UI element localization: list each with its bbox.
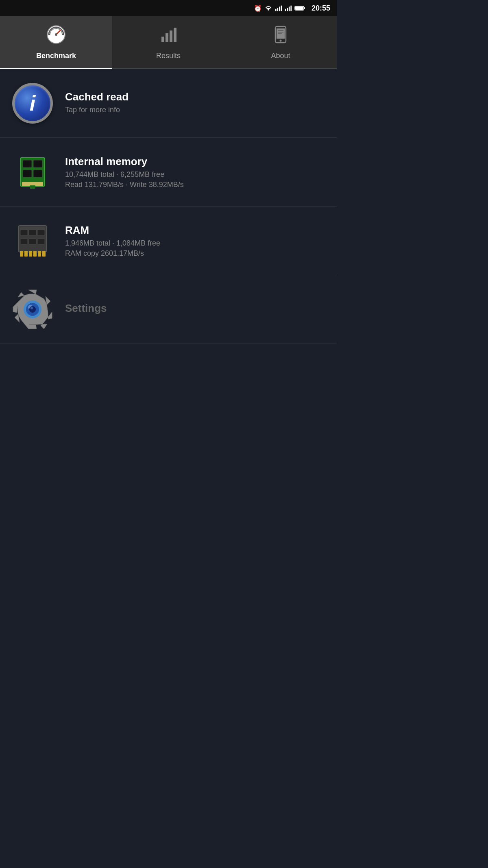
internal-memory-subtitle: 10,744MB total · 6,255MB free [65, 170, 329, 179]
tab-results[interactable]: Results [112, 16, 224, 68]
alarm-icon: ⏰ [254, 4, 262, 12]
settings-title: Settings [65, 302, 329, 315]
svg-rect-40 [33, 251, 37, 257]
cached-read-item[interactable]: i Cached read Tap for more info [0, 69, 337, 138]
svg-rect-44 [29, 230, 36, 235]
cached-read-subtitle: Tap for more info [65, 106, 329, 114]
svg-rect-48 [37, 239, 45, 244]
svg-rect-43 [20, 230, 28, 235]
svg-point-55 [30, 307, 33, 309]
svg-rect-21 [174, 28, 176, 42]
svg-rect-5 [285, 9, 286, 11]
ram-item[interactable]: RAM 1,946MB total · 1,084MB free RAM cop… [0, 207, 337, 275]
svg-point-24 [280, 40, 282, 42]
ram-detail: RAM copy 2601.17MB/s [65, 249, 329, 258]
settings-content: Settings [65, 302, 329, 317]
svg-rect-20 [170, 30, 172, 42]
ram-title: RAM [65, 224, 329, 237]
svg-rect-41 [38, 251, 41, 257]
results-icon [158, 24, 179, 48]
svg-rect-2 [277, 8, 278, 11]
ram-content: RAM 1,946MB total · 1,084MB free RAM cop… [65, 224, 329, 258]
battery-icon [294, 5, 306, 11]
svg-rect-19 [166, 33, 168, 42]
settings-icon-wrapper [8, 285, 57, 334]
wifi-icon [264, 5, 272, 11]
cached-read-title: Cached read [65, 91, 329, 103]
svg-rect-38 [24, 251, 28, 257]
svg-rect-7 [289, 7, 290, 11]
svg-rect-42 [42, 251, 46, 257]
svg-point-54 [29, 306, 36, 313]
status-time: 20:55 [312, 4, 330, 13]
svg-rect-11 [295, 7, 303, 10]
svg-rect-31 [33, 160, 42, 168]
svg-rect-37 [20, 251, 23, 257]
tab-about[interactable]: About [224, 16, 337, 68]
svg-rect-32 [23, 170, 32, 177]
internal-memory-icon-wrapper [8, 148, 57, 196]
svg-rect-34 [30, 185, 35, 189]
svg-rect-4 [281, 6, 282, 11]
internal-memory-title: Internal memory [65, 155, 329, 168]
internal-memory-detail: Read 131.79MB/s · Write 38.92MB/s [65, 181, 329, 189]
cached-read-content: Cached read Tap for more info [65, 91, 329, 116]
about-icon [270, 24, 291, 48]
benchmark-tab-label: Benchmark [36, 52, 76, 60]
results-tab-label: Results [156, 52, 181, 60]
status-icons: ⏰ 20:55 [254, 4, 330, 13]
svg-point-17 [55, 33, 57, 36]
svg-rect-8 [290, 6, 292, 11]
svg-rect-47 [29, 239, 36, 244]
tab-bar: Benchmark Results [0, 16, 337, 69]
svg-rect-33 [33, 170, 42, 177]
about-tab-label: About [271, 52, 290, 60]
list-container: i Cached read Tap for more info [0, 69, 337, 344]
signal1-icon [275, 5, 282, 11]
status-bar: ⏰ 20:55 [0, 0, 337, 16]
svg-rect-18 [161, 37, 164, 42]
info-icon: i [12, 83, 53, 124]
cached-read-icon-wrapper: i [8, 79, 57, 128]
svg-rect-1 [275, 9, 277, 11]
svg-rect-30 [23, 160, 32, 168]
svg-rect-6 [287, 8, 288, 11]
svg-rect-46 [20, 239, 28, 244]
svg-rect-39 [29, 251, 32, 257]
ram-icon [14, 222, 51, 259]
benchmark-icon [46, 24, 66, 48]
internal-memory-item[interactable]: Internal memory 10,744MB total · 6,255MB… [0, 138, 337, 207]
svg-rect-3 [279, 7, 280, 11]
signal2-icon [285, 5, 292, 11]
settings-item[interactable]: Settings [0, 275, 337, 344]
memory-module-icon [14, 154, 51, 190]
svg-point-0 [268, 9, 269, 11]
ram-icon-wrapper [8, 216, 57, 265]
svg-rect-10 [304, 7, 305, 9]
tab-benchmark[interactable]: Benchmark [0, 16, 112, 69]
ram-subtitle: 1,946MB total · 1,084MB free [65, 239, 329, 248]
svg-rect-45 [37, 230, 45, 235]
gear-icon [12, 289, 53, 330]
internal-memory-content: Internal memory 10,744MB total · 6,255MB… [65, 155, 329, 189]
